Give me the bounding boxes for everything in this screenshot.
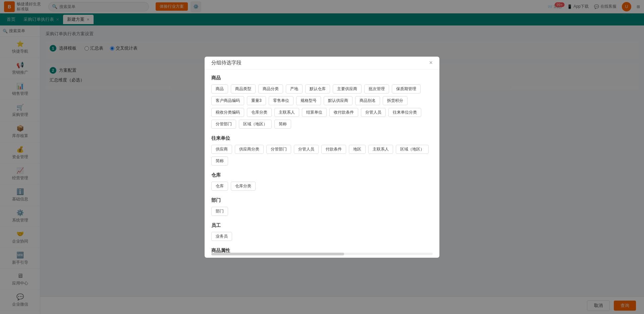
section-warehouse-title: 仓库 xyxy=(211,172,433,178)
section-goods-attr: 商品属性 属性 颜色 多规格 尺码 鞋码 1 xyxy=(211,248,433,253)
field-tag[interactable]: 部门 xyxy=(211,207,228,216)
field-tag[interactable]: 保质期管理 xyxy=(392,84,421,93)
section-warehouse: 仓库 仓库 仓库分类 xyxy=(211,172,433,191)
modal-header: 分组待选字段 × xyxy=(205,57,439,70)
field-tag[interactable]: 主联系人 xyxy=(368,145,393,154)
field-tag[interactable]: 商品 xyxy=(211,84,228,93)
field-tag[interactable]: 供应商分类 xyxy=(235,145,264,154)
field-tag[interactable]: 地区 xyxy=(349,145,366,154)
modal-horizontal-scrollbar[interactable] xyxy=(211,253,433,255)
field-tag[interactable]: 仓库分类 xyxy=(231,182,256,191)
field-tag[interactable]: 商品类型 xyxy=(231,84,256,93)
field-tag[interactable]: 商品别名 xyxy=(355,96,380,105)
modal-body[interactable]: 商品 商品 商品类型 商品分类 产地 默认仓库 主要供应商 批次管理 保质期管理… xyxy=(205,70,439,253)
field-tag[interactable]: 零售单位 xyxy=(269,96,293,105)
section-department-title: 部门 xyxy=(211,197,433,203)
field-tag[interactable]: 仓库 xyxy=(211,182,228,191)
section-partner-fields: 供应商 供应商分类 分管部门 分管人员 付款条件 地区 主联系人 区域（地区） … xyxy=(211,145,433,166)
section-goods: 商品 商品 商品类型 商品分类 产地 默认仓库 主要供应商 批次管理 保质期管理… xyxy=(211,75,433,129)
field-tag[interactable]: 往来单位分类 xyxy=(388,108,421,117)
modal-close-button[interactable]: × xyxy=(429,59,433,66)
field-tag[interactable]: 默认仓库 xyxy=(305,84,330,93)
field-tag[interactable]: 商品分类 xyxy=(258,84,283,93)
section-warehouse-fields: 仓库 仓库分类 xyxy=(211,182,433,191)
field-tag[interactable]: 批次管理 xyxy=(364,84,389,93)
section-department-fields: 部门 xyxy=(211,207,433,216)
field-tag[interactable]: 客户商品编码 xyxy=(211,96,244,105)
modal-overlay: 分组待选字段 × 商品 商品 商品类型 商品分类 产地 默认仓库 主要供应商 批… xyxy=(0,0,644,314)
field-tag[interactable]: 重量3 xyxy=(247,96,266,105)
field-tag[interactable]: 简称 xyxy=(274,120,291,129)
field-tag[interactable]: 付款条件 xyxy=(321,145,346,154)
field-tag[interactable]: 仓库分类 xyxy=(247,108,272,117)
field-tag[interactable]: 简称 xyxy=(211,156,228,166)
section-goods-attr-title: 商品属性 xyxy=(211,248,433,253)
field-tag[interactable]: 分管人员 xyxy=(361,108,386,117)
section-partner: 往来单位 供应商 供应商分类 分管部门 分管人员 付款条件 地区 主联系人 区域… xyxy=(211,135,433,166)
field-tag[interactable]: 税收分类编码 xyxy=(211,108,244,117)
field-tag[interactable]: 主联系人 xyxy=(274,108,299,117)
field-tag[interactable]: 拆货积分 xyxy=(383,96,408,105)
field-tag[interactable]: 分管部门 xyxy=(211,120,236,129)
section-department: 部门 部门 xyxy=(211,197,433,216)
field-tag[interactable]: 收付款条件 xyxy=(329,108,358,117)
field-tag[interactable]: 默认供应商 xyxy=(324,96,353,105)
section-employee-title: 员工 xyxy=(211,223,433,229)
field-tag[interactable]: 区域（地区） xyxy=(239,120,272,129)
section-goods-title: 商品 xyxy=(211,75,433,81)
field-tag[interactable]: 业务员 xyxy=(211,232,232,241)
section-employee-fields: 业务员 xyxy=(211,232,433,241)
field-tag[interactable]: 产地 xyxy=(286,84,303,93)
field-tag[interactable]: 主要供应商 xyxy=(333,84,362,93)
modal-hscroll-thumb xyxy=(211,253,344,255)
field-tag[interactable]: 分管部门 xyxy=(266,145,291,154)
field-tag[interactable]: 区域（地区） xyxy=(396,145,429,154)
section-employee: 员工 业务员 xyxy=(211,223,433,241)
section-goods-fields: 商品 商品类型 商品分类 产地 默认仓库 主要供应商 批次管理 保质期管理 客户… xyxy=(211,84,433,129)
section-partner-title: 往来单位 xyxy=(211,135,433,141)
field-tag[interactable]: 分管人员 xyxy=(294,145,319,154)
field-tag[interactable]: 结算单位 xyxy=(302,108,327,117)
field-select-modal: 分组待选字段 × 商品 商品 商品类型 商品分类 产地 默认仓库 主要供应商 批… xyxy=(205,57,439,258)
field-tag[interactable]: 规格型号 xyxy=(296,96,321,105)
modal-title: 分组待选字段 xyxy=(211,60,241,66)
field-tag[interactable]: 供应商 xyxy=(211,145,232,154)
